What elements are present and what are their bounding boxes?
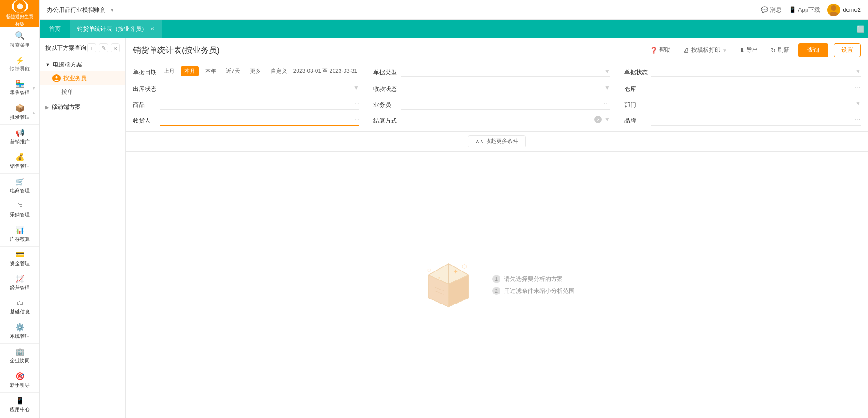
outbound-chevron: ▼ [354,85,359,91]
retail-label: 零售管理 [10,90,30,96]
payment-input[interactable]: ▼ [401,85,610,93]
sidebar-item-finance[interactable]: 💳 资金管理 [0,247,40,271]
tab-maximize-icon[interactable]: ⬜ [857,25,864,33]
tab-home[interactable]: 首页 [40,20,70,38]
settlement-clear-button[interactable]: ✕ [594,116,602,123]
empty-state: ✦ ✦ ⬡ ⬡ 1 请先选择要分析的方案 [126,152,868,418]
sidebar-item-marketing[interactable]: 📢 营销推广 [0,125,40,149]
inventory-icon: 📊 [15,226,24,234]
hint-number-1: 1 [492,275,500,283]
goods-dots[interactable]: ··· [353,100,359,108]
salesperson-label: 业务员 [373,101,401,109]
tree-child-by-doc[interactable]: ≡ 按单 [40,85,125,99]
doc-type-input[interactable]: ▼ [401,68,610,77]
edit-scheme-button[interactable]: ✎ [99,43,108,52]
date-btn-more[interactable]: 更多 [246,66,264,76]
message-icon: 💬 [761,6,768,13]
topbar-title: 办公用品行业模拟账套 [47,6,106,14]
sidebar-item-basic[interactable]: 🗂 基础信息 [0,295,40,319]
doc-status-input[interactable]: ▼ [651,68,861,77]
filter-doc-status: 单据状态 ▼ [624,68,861,77]
print-button[interactable]: 🖨 按模板打印 ▼ [680,44,731,56]
refresh-button[interactable]: ↻ 刷新 [767,44,793,56]
enterprise-icon: 🏢 [15,347,24,356]
sidebar-item-inventory[interactable]: 📊 库存核算 [0,222,40,247]
svg-point-0 [831,5,836,11]
sidebar-item-operations[interactable]: 📈 经营管理 [0,271,40,295]
operations-label: 经营管理 [10,285,30,291]
app-download-label: App下载 [798,6,820,14]
tab-close-icon[interactable]: ✕ [150,26,155,32]
date-btn-7days[interactable]: 近7天 [222,66,244,76]
outbound-input[interactable]: ▼ [160,85,359,93]
sidebar-item-apps[interactable]: 📱 应用中心 [0,393,40,417]
filter-outbound: 出库状态 ▼ [133,85,359,93]
message-button[interactable]: 💬 消息 [761,6,782,14]
add-scheme-button[interactable]: + [87,43,96,52]
brand-input[interactable]: ··· [651,115,861,126]
salesperson-input[interactable]: ··· [401,100,610,110]
tab-minimize-icon[interactable]: ─ [848,25,853,33]
tree-child-salesperson[interactable]: 按业务员 [40,71,125,85]
export-button[interactable]: ⬇ 导出 [736,44,762,56]
left-panel-header: 按以下方案查询 + ✎ « [40,43,125,56]
tab-sales-stat[interactable]: 销货单统计表（按业务员） ✕ [70,20,162,38]
query-button[interactable]: 查询 [798,43,828,57]
warehouse-input[interactable]: ··· [651,84,861,94]
date-filter-controls: 上月 本月 本年 近7天 更多 自定义 2023-03-01 至 2023-03… [160,66,359,78]
collapse-label: 收起更多条件 [486,138,518,145]
collapse-panel-button[interactable]: « [111,43,120,52]
receiver-label: 收货人 [133,117,160,125]
topbar-dropdown-icon[interactable]: ▼ [109,7,115,13]
date-btn-current-month[interactable]: 本月 [181,66,199,76]
warehouse-dots[interactable]: ··· [855,84,861,92]
department-input[interactable]: ▼ [651,100,861,109]
sidebar-search[interactable]: 🔍 搜索菜单 [0,27,40,52]
sidebar-item-wholesale[interactable]: 📦 批发管理 ▲ [0,100,40,125]
collapse-button[interactable]: ∧∧ 收起更多条件 [468,135,526,147]
message-label: 消息 [770,6,782,14]
date-btn-last-month[interactable]: 上月 [160,66,178,76]
logo-icon [12,0,28,13]
filter-date: 单据日期 上月 本月 本年 近7天 更多 自定义 2023-03-01 至 20… [133,66,359,78]
sidebar-item-purchase[interactable]: 🛍 采购管理 [0,198,40,222]
print-label: 按模板打印 [691,46,721,54]
active-scheme-icon [52,74,61,82]
tabs-row: 首页 销货单统计表（按业务员） ✕ [40,20,848,38]
sidebar-item-system[interactable]: ⚙️ 系统管理 [0,319,40,344]
brand-dots[interactable]: ··· [855,115,861,124]
goods-label: 商品 [133,101,160,109]
topbar: 办公用品行业模拟账套 ▼ 💬 消息 📱 App下载 demo2 [40,0,868,20]
salesperson-dots[interactable]: ··· [604,100,610,108]
print-dropdown-icon[interactable]: ▼ [722,48,727,53]
quick-nav-icon: ⚡ [15,56,24,65]
sidebar-item-sales[interactable]: 💰 销售管理 [0,149,40,174]
print-icon: 🖨 [684,47,689,54]
filter-row-2: 出库状态 ▼ 收款状态 ▼ [133,84,861,94]
brand-label: 品牌 [624,117,651,125]
app-download-icon: 📱 [789,6,796,13]
settlement-input[interactable]: ✕ ▼ [401,116,610,125]
sidebar-item-enterprise[interactable]: 🏢 企业协同 [0,344,40,368]
sidebar-item-retail[interactable]: 🏪 零售管理 ▼ [0,76,40,100]
sidebar-item-newbie[interactable]: 🎯 新手引导 [0,368,40,393]
tree-desktop-schemes[interactable]: ▼ 电脑端方案 [40,58,125,71]
sidebar-quick-nav[interactable]: ⚡ 快捷导航 [0,52,40,76]
tab-sales-stat-label: 销货单统计表（按业务员） [77,25,147,33]
settings-button[interactable]: 设置 [834,43,861,57]
sales-label: 销售管理 [10,163,30,170]
finance-icon: 💳 [15,250,24,259]
app-download-button[interactable]: 📱 App下载 [789,6,820,14]
logo-text: 畅捷通好生意 [6,14,33,20]
receiver-input[interactable]: ··· [160,115,359,126]
page-actions: ❓ 帮助 🖨 按模板打印 ▼ ⬇ 导出 ↻ 刷新 [646,43,861,57]
sidebar-item-ecommerce[interactable]: 🛒 电商管理 [0,174,40,198]
user-info[interactable]: demo2 [827,4,861,16]
date-btn-custom[interactable]: 自定义 [267,66,291,76]
retail-arrow: ▼ [32,86,36,90]
receiver-dots[interactable]: ··· [353,115,359,124]
goods-input[interactable]: ··· [160,100,359,110]
help-button[interactable]: ❓ 帮助 [646,44,675,56]
tree-mobile-schemes[interactable]: ▶ 移动端方案 [40,100,125,114]
date-btn-this-year[interactable]: 本年 [202,66,220,76]
